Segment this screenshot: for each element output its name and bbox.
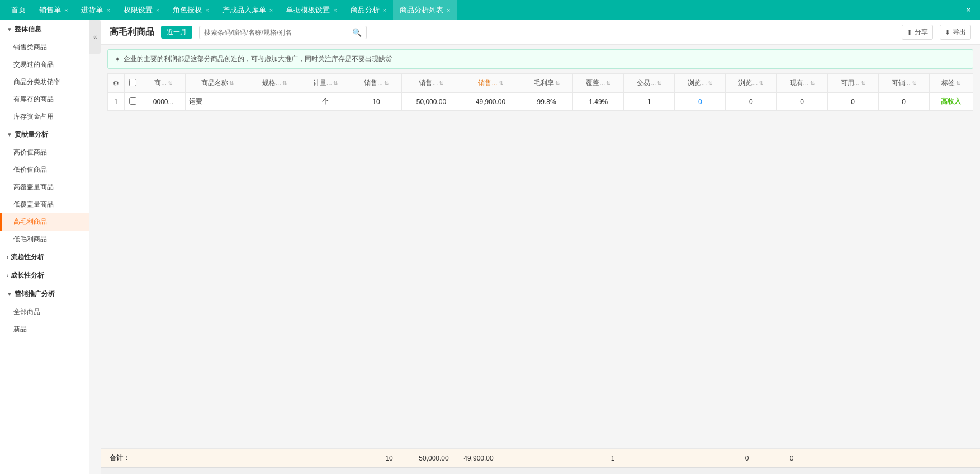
close-template-tab[interactable]: × bbox=[333, 7, 337, 13]
td-sales1: 10 bbox=[351, 93, 401, 111]
sidebar-item-high-value[interactable]: 高价值商品 bbox=[0, 144, 89, 161]
info-banner: ✦ 企业的主要的利润都是这部分商品创造的，可考虑加大推广，同时关注库存是不要出现… bbox=[107, 49, 973, 69]
share-button[interactable]: ⬆ 分享 bbox=[902, 25, 933, 40]
th-browse2[interactable]: 浏览...⇅ bbox=[726, 74, 777, 93]
close-product-in-tab[interactable]: × bbox=[269, 7, 273, 13]
td-available: 0 bbox=[827, 93, 878, 111]
th-sales1[interactable]: 销售...⇅ bbox=[351, 74, 401, 93]
footer-totals: 合计： 10 50,000.00 49,900.00 1 0 0 bbox=[101, 448, 980, 467]
th-code[interactable]: 商...⇅ bbox=[141, 74, 186, 93]
sidebar-wrapper: ▼ 整体信息 销售类商品 交易过的商品 商品分类助销率 有库存的商品 库存资金占… bbox=[0, 20, 101, 474]
footer-sales3: 49,900.00 bbox=[456, 454, 501, 462]
sidebar-item-all-goods[interactable]: 全部商品 bbox=[0, 303, 89, 321]
section-arrow-contribution: ▼ bbox=[7, 132, 12, 138]
th-available[interactable]: 可用...⇅ bbox=[827, 74, 878, 93]
bottom-scrollbar[interactable] bbox=[101, 467, 980, 474]
content-area: 高毛利商品 近一月 🔍 ⬆ 分享 ⬇ 导出 ✦ 企业的主要的利润都是这部分商品创… bbox=[101, 20, 980, 474]
close-purchase-tab[interactable]: × bbox=[106, 7, 110, 13]
sidebar-section-marketing-items: 全部商品 新品 bbox=[0, 303, 89, 338]
main-layout: ▼ 整体信息 销售类商品 交易过的商品 商品分类助销率 有库存的商品 库存资金占… bbox=[0, 20, 980, 474]
data-table: ⚙ 商...⇅ 商品名称⇅ 规格...⇅ 计量...⇅ 销售...⇅ 销售...… bbox=[107, 73, 973, 111]
search-icon[interactable]: 🔍 bbox=[352, 28, 362, 37]
td-checkbox[interactable] bbox=[125, 93, 141, 111]
row-checkbox[interactable] bbox=[129, 97, 136, 105]
search-box: 🔍 bbox=[199, 26, 367, 39]
td-trade: 1 bbox=[624, 93, 675, 111]
sidebar-item-stock-goods[interactable]: 有库存的商品 bbox=[0, 91, 89, 108]
page-title: 高毛利商品 bbox=[110, 26, 154, 38]
search-input[interactable] bbox=[204, 29, 349, 36]
nav-item-analysis[interactable]: 商品分析 × bbox=[344, 0, 393, 20]
footer-sales2: 50,000.00 bbox=[411, 454, 456, 462]
td-saleable: 0 bbox=[878, 93, 929, 111]
table-row: 1 0000... 运费 个 10 50,000.00 49,900.00 99… bbox=[108, 93, 973, 111]
sidebar-item-stock-fund[interactable]: 库存资金占用 bbox=[0, 108, 89, 125]
share-icon: ⬆ bbox=[907, 29, 912, 36]
sidebar-item-low-margin[interactable]: 低毛利商品 bbox=[0, 231, 89, 248]
th-tag[interactable]: 标签⇅ bbox=[929, 74, 973, 93]
nav-item-sales[interactable]: 销售单 × bbox=[32, 0, 74, 20]
sidebar-item-category-rate[interactable]: 商品分类助销率 bbox=[0, 73, 89, 91]
sidebar-item-low-coverage[interactable]: 低覆盖量商品 bbox=[0, 196, 89, 213]
th-sales3[interactable]: 销售...⇅ bbox=[461, 74, 520, 93]
nav-item-analysis-list[interactable]: 商品分析列表 × bbox=[393, 0, 457, 20]
close-app-button[interactable]: × bbox=[962, 5, 976, 15]
sidebar-section-growth[interactable]: › 成长性分析 bbox=[0, 266, 89, 285]
th-coverage[interactable]: 覆盖...⇅ bbox=[573, 74, 624, 93]
sidebar: ▼ 整体信息 销售类商品 交易过的商品 商品分类助销率 有库存的商品 库存资金占… bbox=[0, 20, 89, 474]
th-spec[interactable]: 规格...⇅ bbox=[249, 74, 300, 93]
sidebar-item-sales-goods[interactable]: 销售类商品 bbox=[0, 39, 89, 56]
footer-sales1: 10 bbox=[367, 454, 411, 462]
th-settings[interactable]: ⚙ bbox=[108, 74, 125, 93]
th-unit[interactable]: 计量...⇅ bbox=[300, 74, 351, 93]
close-analysis-tab[interactable]: × bbox=[383, 7, 386, 13]
nav-item-template[interactable]: 单据模板设置 × bbox=[280, 0, 343, 20]
sidebar-section-marketing[interactable]: ▼ 营销推广分析 bbox=[0, 285, 89, 303]
td-tag: 高收入 bbox=[929, 93, 973, 111]
sidebar-section-contribution[interactable]: ▼ 贡献量分析 bbox=[0, 125, 89, 144]
close-sales-tab[interactable]: × bbox=[64, 7, 68, 13]
td-spec bbox=[249, 93, 300, 111]
section-arrow-flow: › bbox=[7, 254, 8, 260]
th-checkbox[interactable] bbox=[125, 74, 141, 93]
nav-item-purchase[interactable]: 进货单 × bbox=[74, 0, 116, 20]
footer-trade: 1 bbox=[590, 454, 635, 462]
td-unit: 个 bbox=[300, 93, 351, 111]
td-browse1[interactable]: 0 bbox=[675, 93, 726, 111]
sidebar-section-contribution-items: 高价值商品 低价值商品 高覆盖量商品 低覆盖量商品 高毛利商品 低毛利商品 bbox=[0, 144, 89, 248]
th-gross-rate[interactable]: 毛利率⇅ bbox=[520, 74, 573, 93]
export-button[interactable]: ⬇ 导出 bbox=[940, 25, 971, 40]
footer-label: 合计： bbox=[110, 453, 143, 463]
td-sales2: 50,000.00 bbox=[401, 93, 461, 111]
close-permission-tab[interactable]: × bbox=[156, 7, 159, 13]
th-name[interactable]: 商品名称⇅ bbox=[186, 74, 249, 93]
content-header: 高毛利商品 近一月 🔍 ⬆ 分享 ⬇ 导出 bbox=[101, 20, 980, 45]
close-role-tab[interactable]: × bbox=[205, 7, 209, 13]
section-arrow-marketing: ▼ bbox=[7, 291, 12, 297]
sidebar-section-flow[interactable]: › 流趋性分析 bbox=[0, 248, 89, 266]
nav-item-permission[interactable]: 权限设置 × bbox=[117, 0, 166, 20]
td-current: 0 bbox=[777, 93, 827, 111]
nav-item-product-in[interactable]: 产成品入库单 × bbox=[216, 0, 280, 20]
info-icon: ✦ bbox=[115, 55, 120, 63]
footer-current: 0 bbox=[725, 454, 769, 462]
sidebar-item-high-coverage[interactable]: 高覆盖量商品 bbox=[0, 179, 89, 196]
period-button[interactable]: 近一月 bbox=[161, 26, 192, 39]
td-index: 1 bbox=[108, 93, 125, 111]
td-gross-rate: 99.8% bbox=[520, 93, 573, 111]
th-trade[interactable]: 交易...⇅ bbox=[624, 74, 675, 93]
th-saleable[interactable]: 可销...⇅ bbox=[878, 74, 929, 93]
nav-item-home[interactable]: 首页 bbox=[4, 0, 32, 20]
nav-item-role[interactable]: 角色授权 × bbox=[166, 0, 215, 20]
th-current[interactable]: 现有...⇅ bbox=[777, 74, 827, 93]
sidebar-item-traded-goods[interactable]: 交易过的商品 bbox=[0, 56, 89, 73]
th-sales2[interactable]: 销售...⇅ bbox=[401, 74, 461, 93]
sidebar-item-high-margin[interactable]: 高毛利商品 bbox=[0, 213, 89, 231]
sidebar-item-low-value[interactable]: 低价值商品 bbox=[0, 161, 89, 179]
sidebar-item-new-goods[interactable]: 新品 bbox=[0, 321, 89, 338]
sidebar-section-overall[interactable]: ▼ 整体信息 bbox=[0, 20, 89, 39]
th-browse1[interactable]: 浏览...⇅ bbox=[675, 74, 726, 93]
select-all-checkbox[interactable] bbox=[129, 79, 136, 86]
close-analysis-list-tab[interactable]: × bbox=[447, 7, 450, 13]
sidebar-collapse-button[interactable]: « bbox=[89, 20, 101, 54]
